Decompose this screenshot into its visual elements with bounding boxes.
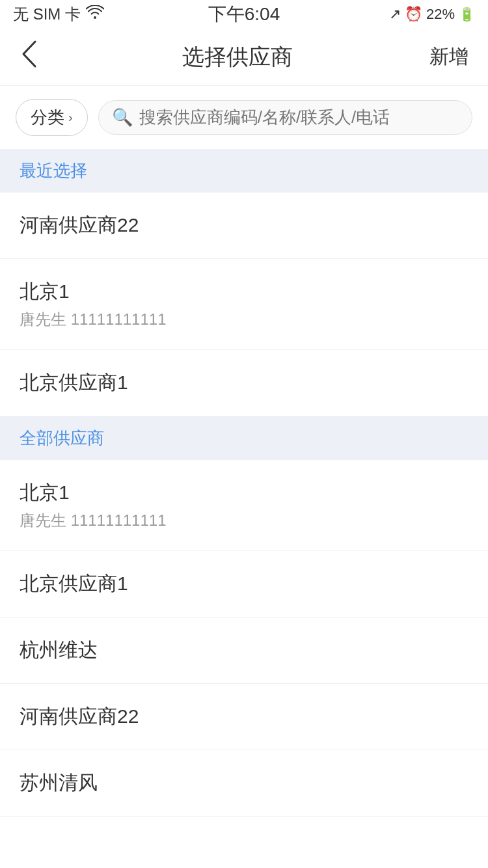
item-name: 北京供应商1 — [20, 370, 468, 396]
item-sub: 唐先生 11111111111 — [20, 510, 468, 531]
category-button[interactable]: 分类 › — [16, 99, 88, 136]
chevron-right-icon: › — [68, 110, 73, 125]
recent-items-list: 河南供应商22北京1唐先生 11111111111北京供应商1 — [0, 193, 488, 416]
all-section-header: 全部供应商 — [0, 416, 488, 460]
alarm-icon: ⏰ — [405, 6, 422, 23]
carrier-text: 无 SIM 卡 — [13, 4, 81, 25]
list-item[interactable]: 河南供应商22 — [0, 193, 488, 259]
status-left: 无 SIM 卡 — [13, 4, 104, 25]
all-section-label: 全部供应商 — [20, 428, 104, 448]
search-input[interactable] — [139, 107, 459, 128]
all-items-list: 北京1唐先生 11111111111北京供应商1杭州维达河南供应商22苏州清风 — [0, 460, 488, 817]
wifi-icon — [86, 5, 104, 23]
item-name: 苏州清风 — [20, 770, 468, 796]
location-icon: ↗ — [389, 6, 401, 23]
list-item[interactable]: 河南供应商22 — [0, 684, 488, 750]
status-right: ↗ ⏰ 22% 🔋 — [389, 6, 475, 23]
recent-section-label: 最近选择 — [20, 161, 87, 180]
item-name: 北京1 — [20, 480, 468, 506]
item-name: 杭州维达 — [20, 637, 468, 664]
status-time: 下午6:04 — [208, 2, 280, 27]
back-button[interactable] — [20, 39, 59, 75]
item-name: 河南供应商22 — [20, 703, 468, 730]
list-item[interactable]: 苏州清风 — [0, 750, 488, 817]
page-title: 选择供应商 — [182, 42, 293, 72]
status-bar: 无 SIM 卡 下午6:04 ↗ ⏰ 22% 🔋 — [0, 0, 488, 29]
category-label: 分类 — [31, 106, 64, 129]
battery-text: 22% — [426, 6, 455, 23]
filter-bar: 分类 › 🔍 — [0, 86, 488, 149]
item-name: 河南供应商22 — [20, 212, 468, 239]
recent-section-header: 最近选择 — [0, 149, 488, 193]
list-item[interactable]: 北京1唐先生 11111111111 — [0, 460, 488, 551]
add-button[interactable]: 新增 — [416, 44, 468, 70]
search-icon: 🔍 — [112, 107, 133, 128]
list-item[interactable]: 杭州维达 — [0, 617, 488, 684]
item-name: 北京供应商1 — [20, 571, 468, 597]
search-box[interactable]: 🔍 — [98, 100, 472, 135]
list-item[interactable]: 北京供应商1 — [0, 551, 488, 617]
list-item[interactable]: 北京1唐先生 11111111111 — [0, 259, 488, 350]
item-name: 北京1 — [20, 278, 468, 305]
item-sub: 唐先生 11111111111 — [20, 309, 468, 330]
battery-icon: 🔋 — [459, 7, 475, 22]
list-item[interactable]: 北京供应商1 — [0, 350, 488, 416]
nav-bar: 选择供应商 新增 — [0, 29, 488, 86]
